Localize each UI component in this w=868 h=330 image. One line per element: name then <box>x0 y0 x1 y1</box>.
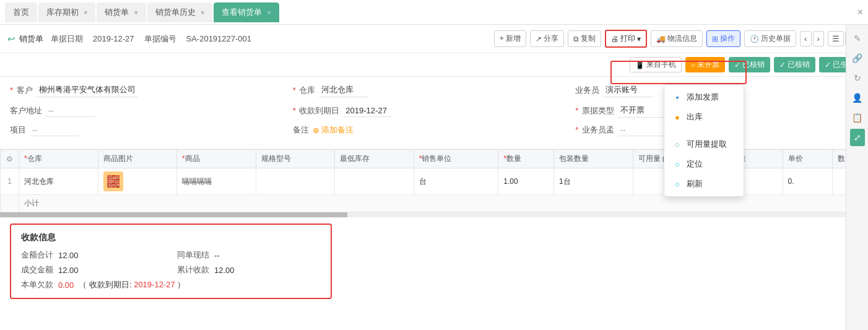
transaction-amount-value: 12.00 <box>58 266 79 275</box>
col-sales-unit: *销售单位 <box>414 150 498 168</box>
tab-view-sales-close[interactable]: × <box>267 9 271 16</box>
menu-add-invoice[interactable]: ▪ 添加发票 <box>664 87 744 107</box>
list-view-button[interactable]: ☰ <box>828 31 844 46</box>
doc-number-label: 单据编号 <box>144 33 176 45</box>
due-date-field: * 收款到期日 2019-12-27 <box>293 105 576 117</box>
warehouse-value[interactable]: 河北仓库 <box>319 83 368 97</box>
ticket-type-value: 不开票 <box>618 103 667 118</box>
row-quantity-cell: 1.00 <box>498 168 554 195</box>
subtotal-value-cell: 小计 <box>19 195 868 212</box>
logistics-label: 物流信息 <box>667 33 697 44</box>
tab-sales-history-label: 销货单历史 <box>155 7 196 18</box>
sidebar-refresh-icon[interactable]: ↻ <box>850 69 865 87</box>
verified-label: 已核销 <box>742 59 765 70</box>
due-date-label: * 收款到期日 <box>293 105 340 116</box>
due-date-value[interactable]: 2019-12-27 <box>343 105 393 117</box>
new-button[interactable]: + 新增 <box>494 30 526 47</box>
note-label: 备注 <box>293 124 309 136</box>
tab-inventory-init[interactable]: 库存期初 × <box>38 2 95 22</box>
tab-view-sales[interactable]: 查看销货单 × <box>214 2 279 22</box>
verified-button[interactable]: ✓ 已核销 <box>729 57 770 72</box>
menu-available-qty[interactable]: ○ 可用量提取 <box>664 134 744 154</box>
product-image: 🧱 <box>103 172 123 191</box>
sidebar-expand-icon[interactable]: ⤢ <box>850 129 865 146</box>
print-label: 打印 <box>620 33 635 44</box>
action-bar2: 📱 来自手机 ○ 未开票 ✓ 已核销 ✓ 已核销 ✓ 已生效 <box>0 53 868 77</box>
amount-total-label: 金额合计 <box>21 250 53 261</box>
copy-button[interactable]: ⧉ 复制 <box>568 30 601 47</box>
already-effective-icon: ✓ <box>825 61 831 69</box>
already-verified-button[interactable]: ✓ 已核销 <box>774 57 815 72</box>
same-order-row: 同单现结 -- <box>177 250 321 261</box>
customer-value[interactable]: 柳州粤港平安气体有限公司 <box>37 83 138 97</box>
row-unit-price-cell: 0. <box>783 168 832 195</box>
not-opened-button[interactable]: ○ 未开票 <box>685 57 725 72</box>
staff-value: 演示账号 <box>603 83 653 97</box>
next-button[interactable]: › <box>813 31 824 46</box>
refresh-icon: ○ <box>673 180 682 188</box>
order-due-row: 本单欠款 0.00 （ 收款到期日: 2019-12-27 ） <box>21 279 321 290</box>
payment-box: 收款信息 金额合计 12.00 同单现结 -- 成交金额 12.00 累计收款 … <box>10 224 332 299</box>
prev-button[interactable]: ‹ <box>800 31 811 46</box>
col-warehouse: *仓库 <box>19 150 98 168</box>
col-min-stock: 最低库存 <box>335 150 414 168</box>
row-pack-qty-cell: 1台 <box>553 168 633 195</box>
add-invoice-icon: ▪ <box>673 93 682 102</box>
address-label: 客户地址 <box>10 105 42 116</box>
doc-icon: ↩ <box>7 33 15 45</box>
tab-inventory-init-close[interactable]: × <box>84 9 87 16</box>
product-img-icon: 🧱 <box>106 175 120 188</box>
logistics-button[interactable]: 🚚 物流信息 <box>651 30 703 47</box>
row-min-stock-cell <box>335 168 414 195</box>
from-phone-button[interactable]: 📱 来自手机 <box>630 57 682 72</box>
tab-home[interactable]: 首页 <box>5 2 37 22</box>
row-product-img-cell: 🧱 <box>98 168 177 195</box>
menu-locate[interactable]: ○ 定位 <box>664 154 744 174</box>
customer-label: * 客户 <box>10 85 33 96</box>
global-close-button[interactable]: × <box>857 7 863 18</box>
menu-outbound[interactable]: ● 出库 <box>664 107 744 127</box>
address-value: -- <box>46 105 95 117</box>
project-label: 项目 <box>10 124 26 136</box>
outbound-icon: ● <box>673 113 682 121</box>
col-product: *商品 <box>177 150 256 168</box>
doc-date-value: 2019-12-27 <box>93 34 134 43</box>
sales-staff-required-mark: * <box>575 125 578 134</box>
operations-button[interactable]: ⊞ 操作 <box>706 30 740 47</box>
sales-staff-value: -- <box>618 124 667 136</box>
tab-sales-history[interactable]: 销货单历史 × <box>147 2 212 22</box>
sidebar-history-icon[interactable]: 📋 <box>848 109 866 126</box>
same-order-label: 同单现结 <box>177 250 209 261</box>
menu-refresh[interactable]: ○ 刷新 <box>664 174 744 194</box>
locate-label: 定位 <box>687 158 703 170</box>
already-verified-icon: ✓ <box>779 61 786 69</box>
doc-title-text: 销货单 <box>19 33 43 45</box>
payment-grid: 金额合计 12.00 同单现结 -- 成交金额 12.00 累计收款 12.00… <box>21 250 321 290</box>
order-due-label: 本单欠款 <box>21 279 53 290</box>
doc-header: ↩ 销货单 单据日期 2019-12-27 单据编号 SA-20191227-0… <box>0 25 868 53</box>
tab-sales-history-close[interactable]: × <box>201 9 204 16</box>
horizontal-scrollbar[interactable] <box>0 212 868 217</box>
sidebar-link-icon[interactable]: 🔗 <box>848 50 866 67</box>
share-button[interactable]: ↗ 分享 <box>530 30 564 47</box>
history-label: 历史单据 <box>761 33 791 44</box>
share-icon: ↗ <box>536 35 542 43</box>
sidebar-edit-icon[interactable]: ✎ <box>850 30 865 47</box>
address-field: 客户地址 -- <box>10 105 293 117</box>
cumulative-receipt-value: 12.00 <box>214 266 235 275</box>
menu-divider <box>664 127 744 134</box>
tab-sales-order[interactable]: 销货单 × <box>97 2 145 22</box>
add-note-button[interactable]: ⊕ 添加备注 <box>313 124 354 136</box>
amount-total-value: 12.00 <box>58 251 79 260</box>
history-button[interactable]: 🕐 历史单据 <box>744 30 796 47</box>
row-sales-unit-cell: 台 <box>414 168 498 195</box>
note-field: 备注 ⊕ 添加备注 <box>293 124 576 136</box>
tab-sales-order-close[interactable]: × <box>134 9 137 16</box>
col-settings[interactable]: ⚙ <box>1 150 19 168</box>
warehouse-required-mark: * <box>293 85 296 95</box>
print-button[interactable]: 🖨 打印 ▾ <box>605 30 647 48</box>
warehouse-label: * 仓库 <box>293 85 316 96</box>
col-product-img: 商品图片 <box>98 150 177 168</box>
subtotal-row: 小计 <box>1 195 868 212</box>
sidebar-user-icon[interactable]: 👤 <box>848 89 866 106</box>
